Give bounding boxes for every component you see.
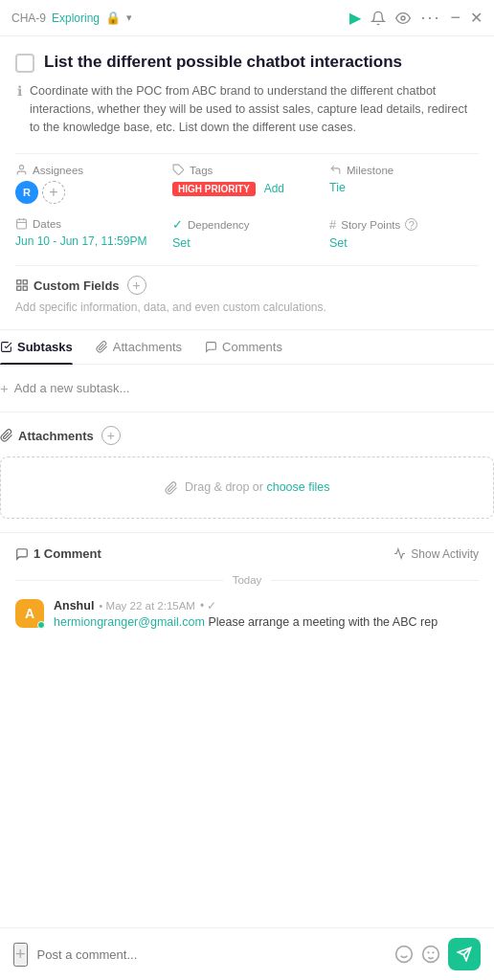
- tabs-nav: Subtasks Attachments Comments: [0, 330, 494, 365]
- bottom-plus-button[interactable]: +: [13, 943, 28, 967]
- dates-label: Dates: [15, 217, 165, 230]
- custom-fields-hint: Add specific information, data, and even…: [15, 301, 479, 314]
- dates-field: Dates Jun 10 - Jun 17, 11:59PM: [15, 217, 165, 250]
- drop-zone-text: Drag & drop or: [185, 480, 266, 494]
- assignees-field: Assignees R +: [15, 164, 165, 204]
- comment-author: Anshul: [54, 599, 94, 612]
- comment-email[interactable]: hermiongranger@gmail.com: [54, 615, 205, 629]
- tabs-section: Subtasks Attachments Comments: [0, 329, 494, 365]
- top-bar-actions: ▶ ··· − ✕: [349, 8, 483, 28]
- milestone-label: Milestone: [329, 164, 479, 176]
- divider: [15, 153, 479, 154]
- main-content: List the different possible chatbot inte…: [0, 36, 494, 314]
- play-button[interactable]: ▶: [349, 9, 361, 27]
- info-icon: ℹ: [17, 83, 22, 136]
- svg-point-11: [396, 947, 413, 963]
- milestone-value[interactable]: Tie: [329, 181, 479, 194]
- tags-label: Tags: [172, 164, 322, 176]
- tags-value: HIGH PRIORITY Add: [172, 181, 322, 196]
- add-custom-field-button[interactable]: +: [127, 276, 146, 295]
- dependency-field: ✓ Dependency Set: [172, 217, 322, 250]
- task-header: List the different possible chatbot inte…: [15, 52, 479, 73]
- task-id: CHA-9: [11, 11, 46, 25]
- dates-value[interactable]: Jun 10 - Jun 17, 11:59PM: [15, 234, 165, 248]
- story-points-value[interactable]: Set: [329, 236, 479, 250]
- top-bar: CHA-9 Exploring 🔒 ▾ ▶ ··· − ✕: [0, 0, 494, 36]
- comments-label: 1 Comment: [15, 546, 101, 561]
- svg-rect-7: [17, 280, 21, 284]
- svg-rect-9: [23, 287, 27, 291]
- show-activity-button[interactable]: Show Activity: [393, 547, 479, 561]
- comments-section: 1 Comment Show Activity Today A Anshul •…: [0, 533, 494, 642]
- bottom-icons: [394, 938, 481, 970]
- avatar: R: [15, 181, 38, 204]
- close-button[interactable]: ✕: [470, 9, 483, 27]
- online-dot: [37, 621, 45, 629]
- task-title: List the different possible chatbot inte…: [44, 52, 402, 73]
- add-subtask-button[interactable]: + Add a new subtask...: [0, 376, 494, 400]
- add-assignee-button[interactable]: +: [42, 181, 65, 204]
- check-icon: ✓: [172, 217, 183, 232]
- add-tag-link[interactable]: Add: [264, 182, 284, 195]
- dependency-label: ✓ Dependency: [172, 217, 322, 232]
- task-checkbox[interactable]: [15, 54, 34, 73]
- comment-item: A Anshul • May 22 at 2:15AM • ✓ hermiong…: [15, 599, 479, 629]
- comment-check-icon: • ✓: [200, 599, 217, 612]
- attachments-label: Attachments: [0, 429, 94, 443]
- choose-files-link[interactable]: choose files: [266, 480, 329, 494]
- assignees-label: Assignees: [15, 164, 165, 176]
- fields-grid: Assignees R + Tags HIGH PRIORITY Add Mil…: [15, 164, 479, 250]
- comment-input[interactable]: [37, 947, 385, 962]
- story-points-field: # Story Points ? Set: [329, 217, 479, 250]
- svg-rect-10: [17, 287, 21, 291]
- high-priority-tag[interactable]: HIGH PRIORITY: [172, 182, 256, 196]
- svg-rect-3: [17, 220, 27, 230]
- subtasks-section: + Add a new subtask...: [0, 365, 494, 412]
- description-text: Coordinate with the POC from ABC brand t…: [30, 82, 477, 136]
- tags-field: Tags HIGH PRIORITY Add: [172, 164, 322, 204]
- bottom-bar: +: [0, 927, 494, 980]
- comment-avatar: A: [15, 599, 44, 628]
- task-description: ℹ Coordinate with the POC from ABC brand…: [15, 82, 479, 136]
- custom-fields-header: Custom Fields +: [15, 276, 479, 295]
- bell-button[interactable]: [370, 11, 386, 26]
- help-icon: ?: [405, 218, 417, 231]
- tab-attachments[interactable]: Attachments: [96, 330, 182, 364]
- svg-rect-8: [23, 280, 27, 284]
- dependency-value[interactable]: Set: [172, 236, 322, 250]
- comment-meta: Anshul • May 22 at 2:15AM • ✓: [54, 599, 438, 612]
- tab-subtasks[interactable]: Subtasks: [0, 330, 73, 364]
- svg-point-1: [19, 166, 23, 169]
- hash-icon: #: [329, 217, 336, 232]
- comment-time: • May 22 at 2:15AM: [99, 600, 195, 612]
- story-points-label: # Story Points ?: [329, 217, 479, 232]
- svg-point-0: [401, 16, 405, 20]
- exploring-label: Exploring: [52, 11, 100, 25]
- cat-button[interactable]: [421, 945, 440, 964]
- today-divider: Today: [15, 574, 479, 586]
- chevron-down-icon[interactable]: ▾: [126, 11, 132, 24]
- assignee-avatars: R +: [15, 181, 165, 204]
- divider-2: [15, 265, 479, 266]
- milestone-field: Milestone Tie: [329, 164, 479, 204]
- minimize-button[interactable]: −: [450, 8, 460, 28]
- comment-text: hermiongranger@gmail.com Please arrange …: [54, 615, 438, 629]
- attachments-header: Attachments +: [0, 426, 494, 445]
- add-attachment-button[interactable]: +: [101, 426, 121, 445]
- attachments-section: Attachments + Drag & drop or choose file…: [0, 412, 494, 533]
- lock-icon: 🔒: [105, 11, 121, 25]
- custom-fields-section: Custom Fields + Add specific information…: [15, 276, 479, 314]
- eye-button[interactable]: [395, 11, 411, 26]
- comment-body: Anshul • May 22 at 2:15AM • ✓ hermiongra…: [54, 599, 438, 629]
- tab-comments[interactable]: Comments: [205, 330, 282, 364]
- custom-fields-label: Custom Fields: [15, 278, 120, 293]
- plus-icon: +: [0, 380, 9, 396]
- drop-zone[interactable]: Drag & drop or choose files: [0, 457, 494, 519]
- emoji-button[interactable]: [394, 945, 414, 964]
- send-button[interactable]: [448, 938, 481, 970]
- comments-header: 1 Comment Show Activity: [15, 546, 479, 561]
- more-button[interactable]: ···: [420, 8, 440, 28]
